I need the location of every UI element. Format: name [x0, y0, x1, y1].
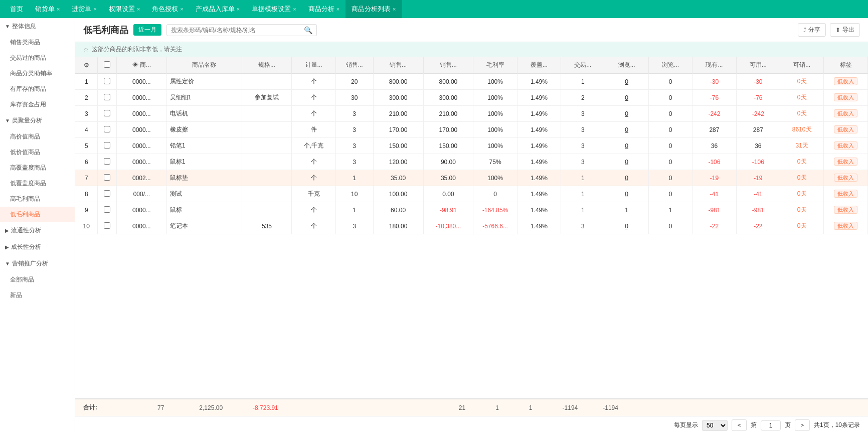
table-row: 5 0000... 铅笔1 个,千克 3 150.00 150.00 100% …	[75, 138, 868, 154]
cell-saledays: 0天	[780, 90, 824, 106]
col-seq: ⚙	[75, 57, 98, 74]
sidebar-item-low-margin[interactable]: 低毛利商品	[0, 207, 75, 222]
sidebar-group-marketing[interactable]: ▼ 营销推广分析	[0, 255, 75, 272]
nav-close-templates[interactable]: ×	[293, 6, 296, 12]
sidebar-group-liquidity[interactable]: ▶ 流通性分析	[0, 222, 75, 239]
per-page-select[interactable]: 50 20 100	[702, 420, 728, 431]
cell-spec	[242, 154, 292, 170]
sidebar-group-growth[interactable]: ▶ 成长性分析	[0, 239, 75, 255]
cell-avail: -106	[736, 154, 780, 170]
cell-spec: 535	[242, 218, 292, 234]
sidebar-group-overall[interactable]: ▼ 整体信息	[0, 18, 75, 35]
per-page-label: 每页显示	[674, 421, 698, 429]
row-checkbox[interactable]	[104, 94, 110, 100]
search-icon[interactable]: 🔍	[304, 26, 312, 34]
sidebar-item-low-value[interactable]: 低价值商品	[0, 144, 75, 160]
cell-salesprofit: -10,380...	[423, 218, 473, 234]
cell-seq: 7	[75, 170, 98, 186]
footer-salesprice: 2,125.00	[199, 404, 223, 411]
share-button[interactable]: ⤴ 分享	[798, 23, 826, 37]
notice-bar: ☆ 这部分商品的利润非常低，请关注	[75, 42, 868, 57]
cell-spec	[242, 186, 292, 202]
nav-close-roles[interactable]: ×	[180, 6, 183, 12]
row-checkbox[interactable]	[104, 206, 110, 213]
cell-salesprofit: 300.00	[423, 90, 473, 106]
cell-profitrate: -164.85%	[473, 202, 517, 218]
col-browse2-header: 浏览...	[648, 57, 692, 74]
nav-roles[interactable]: 角色授权 ×	[146, 0, 189, 18]
row-checkbox[interactable]	[104, 78, 110, 84]
cell-salesprofit: 90.00	[423, 154, 473, 170]
next-page-button[interactable]: ＞	[795, 419, 810, 431]
cell-unit: 千克	[292, 186, 335, 202]
table-row: 1 0000... 属性定价 个 20 800.00 800.00 100% 1…	[75, 74, 868, 90]
sidebar-item-traded-goods[interactable]: 交易过的商品	[0, 50, 75, 66]
sidebar-item-sales-goods[interactable]: 销售类商品	[0, 35, 75, 50]
sidebar-item-all-goods[interactable]: 全部商品	[0, 272, 75, 287]
nav-home[interactable]: 首页	[4, 0, 29, 18]
cell-tag: 低收入	[824, 138, 868, 154]
row-checkbox[interactable]	[104, 190, 110, 197]
cell-browse1: 0	[605, 122, 648, 138]
cell-profitrate: 100%	[473, 122, 517, 138]
export-button[interactable]: ⬆ 导出	[830, 23, 860, 37]
nav-close-analysis-list[interactable]: ×	[393, 6, 396, 12]
cell-browse2: 0	[648, 154, 692, 170]
cell-check	[98, 74, 116, 90]
nav-close-products[interactable]: ×	[237, 6, 240, 12]
cell-spec	[242, 74, 292, 90]
sidebar-item-high-margin[interactable]: 高毛利商品	[0, 191, 75, 207]
nav-close-permissions[interactable]: ×	[137, 6, 140, 12]
nav-close-purchase[interactable]: ×	[93, 6, 96, 12]
nav-templates[interactable]: 单据模板设置 ×	[246, 0, 302, 18]
cell-code: 0000...	[116, 90, 166, 106]
select-all-checkbox[interactable]	[104, 61, 110, 68]
cell-saledays: 0天	[780, 186, 824, 202]
nav-permissions[interactable]: 权限设置 ×	[103, 0, 146, 18]
row-checkbox[interactable]	[104, 126, 110, 132]
nav-analysis[interactable]: 商品分析 ×	[302, 0, 345, 18]
nav-purchase[interactable]: 进货单 ×	[66, 0, 102, 18]
sidebar-item-high-value[interactable]: 高价值商品	[0, 129, 75, 144]
nav-close-sales[interactable]: ×	[57, 6, 60, 12]
cell-spec	[242, 170, 292, 186]
nav-close-analysis[interactable]: ×	[336, 6, 339, 12]
row-checkbox[interactable]	[104, 110, 110, 116]
row-checkbox[interactable]	[104, 174, 110, 181]
cell-salesprofit: 170.00	[423, 122, 473, 138]
cell-tag: 低收入	[824, 74, 868, 90]
header-actions: ⤴ 分享 ⬆ 导出	[798, 23, 860, 37]
footer-browse1: 1	[495, 404, 499, 411]
row-checkbox[interactable]	[104, 222, 110, 229]
prev-page-button[interactable]: ＜	[732, 419, 747, 431]
sidebar-item-capital[interactable]: 库存资金占用	[0, 97, 75, 112]
search-input[interactable]	[171, 27, 304, 34]
cell-spec	[242, 106, 292, 122]
cell-browse2: 0	[648, 74, 692, 90]
time-filter-button[interactable]: 近一月	[133, 24, 161, 36]
cell-code: 0002...	[116, 170, 166, 186]
sidebar-item-category-rate[interactable]: 商品分类助销率	[0, 66, 75, 81]
sidebar-group-cluster[interactable]: ▼ 类聚量分析	[0, 112, 75, 129]
cell-avail: 287	[736, 122, 780, 138]
sidebar-item-in-stock[interactable]: 有库存的商品	[0, 81, 75, 97]
cell-browse2: 0	[648, 138, 692, 154]
nav-products[interactable]: 产成品入库单 ×	[190, 0, 246, 18]
cell-check	[98, 90, 116, 106]
nav-sales[interactable]: 销货单 ×	[29, 0, 66, 18]
sidebar-item-low-coverage[interactable]: 低覆盖度商品	[0, 176, 75, 191]
row-checkbox[interactable]	[104, 158, 110, 165]
settings-icon[interactable]: ⚙	[84, 62, 89, 69]
sidebar-item-new-goods[interactable]: 新品	[0, 287, 75, 303]
page-input[interactable]	[761, 420, 781, 430]
cell-profitrate: 0	[473, 186, 517, 202]
nav-analysis-list[interactable]: 商品分析列表 ×	[345, 0, 402, 18]
sidebar-item-high-coverage[interactable]: 高覆盖度商品	[0, 160, 75, 176]
page-title: 低毛利商品	[83, 24, 128, 36]
row-checkbox[interactable]	[104, 142, 110, 149]
table-row: 3 0000... 电话机 个 3 210.00 210.00 100% 1.4…	[75, 106, 868, 122]
notice-icon: ☆	[83, 46, 89, 53]
table-row: 8 000/... 测试 千克 10 100.00 0.00 0 1.49% 1…	[75, 186, 868, 202]
cell-code: 0000...	[116, 74, 166, 90]
cell-browse1: 0	[605, 138, 648, 154]
